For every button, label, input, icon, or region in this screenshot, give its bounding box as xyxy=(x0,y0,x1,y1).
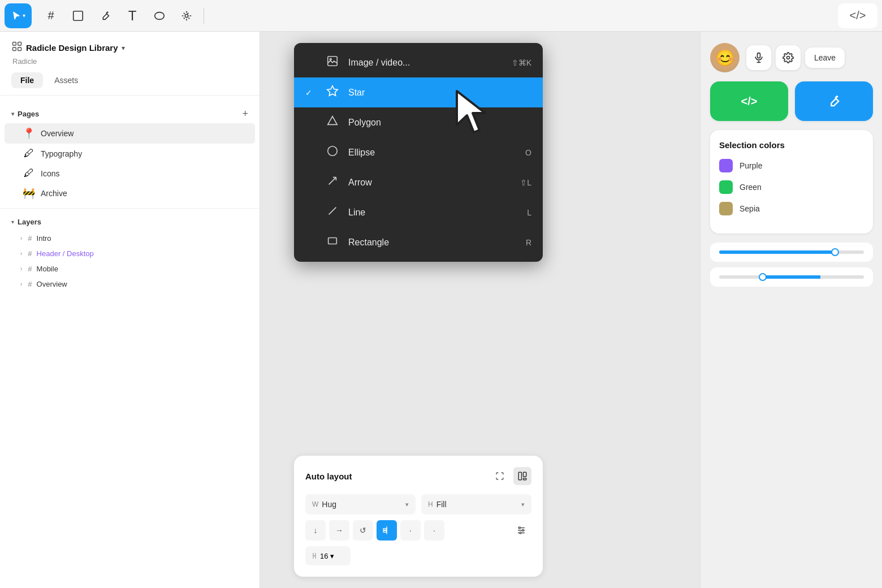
slider-track-2[interactable] xyxy=(719,275,864,279)
user-avatar: 😊 xyxy=(710,43,740,72)
canvas[interactable]: Image / video... ⇧⌘K ✓ Star Polygon xyxy=(260,32,701,588)
width-select[interactable]: W Hug ▾ xyxy=(305,494,416,514)
collapse-button[interactable] xyxy=(491,467,509,485)
tab-file[interactable]: File xyxy=(11,72,43,88)
brand-name: Radicle Design Library xyxy=(26,43,118,53)
cursor-tool-button[interactable]: ▾ xyxy=(5,3,32,28)
mic-button[interactable] xyxy=(746,45,771,70)
svg-rect-7 xyxy=(328,57,338,66)
slider-card-1 xyxy=(710,243,873,262)
frame-tool-button[interactable]: # xyxy=(38,3,63,28)
pages-section-title: ▾ Pages xyxy=(11,110,39,118)
svg-rect-6 xyxy=(18,47,21,51)
rp-controls: Leave xyxy=(746,45,873,70)
typography-label: Typography xyxy=(41,149,82,158)
tool-dropdown-arrow: ▾ xyxy=(23,12,25,19)
dropdown-item-image[interactable]: Image / video... ⇧⌘K xyxy=(294,47,543,77)
archive-icon: 🚧 xyxy=(23,187,35,200)
image-label: Image / video... xyxy=(348,58,503,68)
height-value: Fill xyxy=(436,500,521,509)
color-item-purple[interactable]: Purple xyxy=(719,159,864,172)
layer-header-chevron: › xyxy=(20,250,22,257)
brand-icon xyxy=(11,41,23,55)
ellipse-label: Ellipse xyxy=(348,148,516,158)
svg-rect-12 xyxy=(328,238,337,244)
blue-code-card[interactable] xyxy=(795,81,873,121)
overview-label: Overview xyxy=(41,129,74,138)
align-center-h-button[interactable] xyxy=(377,520,397,541)
svg-line-10 xyxy=(329,178,336,185)
dropdown-item-line[interactable]: Line L xyxy=(294,197,543,227)
align-wrap-button[interactable]: ↺ xyxy=(353,520,373,541)
sidebar-item-overview[interactable]: 📍 Overview xyxy=(5,123,255,144)
slider-thumb-2[interactable] xyxy=(759,273,767,281)
svg-point-1 xyxy=(155,12,165,19)
selection-colors-title: Selection colors xyxy=(719,140,864,150)
svg-rect-0 xyxy=(74,11,83,20)
layers-section-header[interactable]: ▾ Layers xyxy=(0,213,260,231)
layer-item-mobile[interactable]: › # Mobile xyxy=(5,261,255,276)
spacing-value: 16 xyxy=(320,552,328,560)
star-icon xyxy=(326,85,339,100)
add-page-button[interactable]: + xyxy=(242,108,248,120)
wh-row: W Hug ▾ H Fill ▾ xyxy=(305,494,531,514)
code-view-button[interactable]: </> xyxy=(838,3,877,28)
sidebar-item-icons[interactable]: 🖊 Icons xyxy=(5,163,255,183)
layer-item-intro[interactable]: › # Intro xyxy=(5,231,255,246)
width-dropdown-arrow: ▾ xyxy=(405,501,409,508)
ellipse-icon xyxy=(326,145,339,160)
comment-tool-button[interactable] xyxy=(147,3,172,28)
layout-options-button[interactable] xyxy=(513,467,531,485)
align-tc-button[interactable]: · xyxy=(424,520,444,541)
slider-card-2 xyxy=(710,267,873,287)
green-code-card[interactable]: </> xyxy=(710,81,788,121)
toolbar: ▾ # T </> xyxy=(0,0,882,32)
svg-rect-5 xyxy=(13,47,16,51)
color-item-green[interactable]: Green xyxy=(719,180,864,194)
slider-thumb-1[interactable] xyxy=(831,248,839,256)
green-code-icon: </> xyxy=(741,95,758,108)
icons-label: Icons xyxy=(41,169,59,178)
auto-layout-header: Auto layout xyxy=(305,467,531,485)
dropdown-item-polygon[interactable]: Polygon xyxy=(294,107,543,137)
height-select[interactable]: H Fill ▾ xyxy=(421,494,531,514)
sidebar-content: ▾ Pages + 📍 Overview 🖊 Typography 🖊 Icon… xyxy=(0,96,260,588)
arrow-icon xyxy=(326,175,339,190)
settings-button[interactable] xyxy=(776,45,801,70)
align-down-button[interactable]: ↓ xyxy=(305,520,326,541)
sidebar-item-archive[interactable]: 🚧 Archive xyxy=(5,183,255,204)
pen-tool-button[interactable] xyxy=(93,3,118,28)
align-tl-button[interactable]: · xyxy=(400,520,421,541)
arrow-label: Arrow xyxy=(348,178,511,188)
slider-track-1[interactable] xyxy=(719,250,864,254)
brand-dropdown-arrow[interactable]: ▾ xyxy=(122,44,125,52)
pages-section-header[interactable]: ▾ Pages + xyxy=(0,105,260,123)
sidebar-item-typography[interactable]: 🖊 Typography xyxy=(5,144,255,163)
image-shortcut: ⇧⌘K xyxy=(512,58,531,67)
color-item-sepia[interactable]: Sepia xyxy=(719,202,864,215)
layer-mobile-chevron: › xyxy=(20,266,22,272)
align-right-button[interactable]: → xyxy=(329,520,349,541)
layer-intro-hash: # xyxy=(28,234,32,243)
purple-swatch xyxy=(719,159,733,172)
sidebar-divider xyxy=(0,208,260,209)
layers-title: Layers xyxy=(18,218,41,226)
dropdown-item-star[interactable]: ✓ Star xyxy=(294,77,543,107)
layer-item-header-desktop[interactable]: › # Header / Desktop xyxy=(5,246,255,261)
green-swatch xyxy=(719,180,733,194)
align-settings-button[interactable] xyxy=(511,520,531,541)
height-dropdown-arrow: ▾ xyxy=(521,501,525,508)
dropdown-item-arrow[interactable]: Arrow ⇧L xyxy=(294,167,543,197)
leave-button[interactable]: Leave xyxy=(805,47,845,68)
plugin-tool-button[interactable] xyxy=(174,3,199,28)
dropdown-item-ellipse[interactable]: Ellipse O xyxy=(294,137,543,167)
dropdown-item-rectangle[interactable]: Rectangle R xyxy=(294,227,543,257)
layer-intro-chevron: › xyxy=(20,235,22,241)
text-tool-button[interactable]: T xyxy=(120,3,145,28)
layer-item-overview[interactable]: › # Overview xyxy=(5,276,255,292)
auto-layout-title: Auto layout xyxy=(305,472,352,481)
spacing-input[interactable]: 16 ▾ xyxy=(305,546,351,565)
archive-label: Archive xyxy=(41,189,67,198)
rectangle-tool-button[interactable] xyxy=(66,3,90,28)
tab-assets[interactable]: Assets xyxy=(45,72,87,88)
